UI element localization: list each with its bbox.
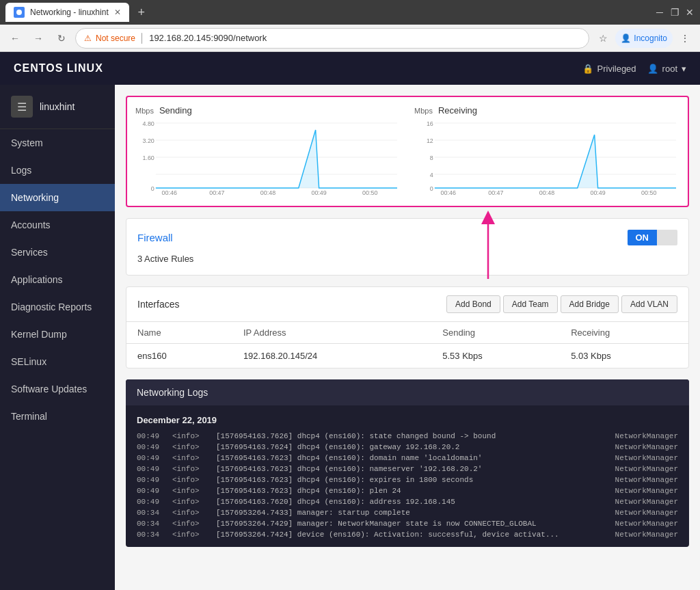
sidebar-item-logs[interactable]: Logs	[0, 157, 115, 184]
user-action[interactable]: 👤 root ▾	[647, 64, 686, 74]
sidebar-user-icon: ☰	[11, 96, 33, 118]
log-row: 00:49 <info> [1576954163.7623] dhcp4 (en…	[137, 464, 678, 474]
log-message-9: [1576953264.7424] device (ens160): Activ…	[216, 531, 580, 539]
sidebar-item-accounts[interactable]: Accounts	[0, 211, 115, 239]
tab-close-button[interactable]: ✕	[114, 8, 121, 17]
log-time-4: 00:49	[137, 476, 170, 484]
app-body: ☰ linuxhint System Logs Networking Accou…	[0, 85, 700, 590]
log-time-3: 00:49	[137, 465, 170, 473]
svg-text:00:46: 00:46	[441, 189, 456, 195]
bookmark-icon[interactable]: ☆	[593, 29, 612, 48]
col-name: Name	[126, 322, 232, 344]
log-source-5: NetworkManager	[582, 487, 678, 495]
log-row: 00:49 <info> [1576954163.7623] dhcp4 (en…	[137, 485, 678, 496]
svg-text:4: 4	[430, 172, 433, 178]
svg-text:8: 8	[430, 155, 433, 161]
log-source-2: NetworkManager	[582, 454, 678, 462]
col-receiving: Receiving	[560, 322, 688, 344]
sending-chart-svg: 4.80 3.20 1.60 0 00:46 00:47 00:48 00:49…	[135, 120, 401, 195]
profile-button[interactable]: 👤 Incognito	[615, 29, 673, 48]
log-row: 00:34 <info> [1576953264.7424] device (e…	[137, 529, 678, 540]
svg-text:12: 12	[427, 137, 433, 144]
log-time-6: 00:49	[137, 498, 170, 506]
user-icon: 👤	[647, 64, 658, 74]
toggle-on-label: ON	[628, 230, 658, 245]
sidebar-item-services[interactable]: Services	[0, 239, 115, 266]
sidebar-item-kernel-dump[interactable]: Kernel Dump	[0, 321, 115, 348]
toolbar-actions: ☆ 👤 Incognito ⋮	[593, 29, 695, 48]
log-message-0: [1576954163.7626] dhcp4 (ens160): state …	[216, 432, 580, 440]
receiving-chart-svg: 16 12 8 4 0 00:46 00:47 00:48 00:49 00:5…	[414, 120, 679, 195]
minimize-button[interactable]: ─	[655, 8, 664, 17]
svg-text:00:50: 00:50	[362, 189, 377, 195]
add-vlan-button[interactable]: Add VLAN	[621, 295, 677, 313]
log-source-6: NetworkManager	[582, 498, 678, 506]
logs-title: Networking Logs	[137, 387, 208, 398]
reload-button[interactable]: ↻	[52, 29, 71, 48]
col-sending: Sending	[431, 322, 560, 344]
sidebar-item-diagnostic-reports[interactable]: Diagnostic Reports	[0, 293, 115, 321]
toggle-off-label	[657, 230, 677, 245]
privileged-action[interactable]: 🔒 Privileged	[582, 64, 636, 74]
sidebar-item-applications[interactable]: Applications	[0, 266, 115, 293]
sidebar-item-software-updates[interactable]: Software Updates	[0, 375, 115, 403]
new-tab-button[interactable]: +	[132, 3, 151, 22]
interfaces-title: Interfaces	[137, 299, 179, 310]
add-bridge-button[interactable]: Add Bridge	[561, 295, 619, 313]
cell-receiving: 5.03 Kbps	[560, 344, 688, 368]
log-message-8: [1576953264.7429] manager: NetworkManage…	[216, 520, 580, 528]
forward-button[interactable]: →	[29, 29, 48, 48]
firewall-section: Firewall ON 3 Active Rules	[126, 218, 689, 276]
log-row: 00:49 <info> [1576954163.7620] dhcp4 (en…	[137, 496, 678, 507]
log-row: 00:49 <info> [1576954163.7624] dhcp4 (en…	[137, 442, 678, 453]
svg-text:00:48: 00:48	[260, 189, 275, 195]
sidebar-item-selinux[interactable]: SELinux	[0, 348, 115, 375]
add-team-button[interactable]: Add Team	[503, 295, 558, 313]
sidebar-label-system: System	[11, 137, 43, 148]
sending-title: Sending	[159, 105, 192, 116]
address-bar[interactable]: ⚠ Not secure │ 192.168.20.145:9090/netwo…	[75, 28, 589, 49]
log-row: 00:34 <info> [1576953264.7429] manager: …	[137, 518, 678, 529]
log-source-1: NetworkManager	[582, 443, 678, 451]
sidebar-label-networking: Networking	[11, 192, 59, 203]
svg-text:1.60: 1.60	[142, 155, 154, 161]
cell-ip: 192.168.20.145/24	[232, 344, 431, 368]
firewall-toggle[interactable]: ON	[628, 230, 678, 245]
browser-tab[interactable]: Networking - linuxhint ✕	[5, 3, 129, 22]
sidebar-label-logs: Logs	[11, 165, 31, 176]
svg-text:0: 0	[430, 185, 433, 192]
sending-chart-header: Mbps Sending	[135, 105, 401, 116]
main-content: Mbps Sending 4.80 3.20	[115, 85, 700, 590]
log-level-6: <info>	[172, 498, 213, 506]
table-row[interactable]: ens160 192.168.20.145/24 5.53 Kbps 5.03 …	[126, 344, 688, 368]
sidebar-item-system[interactable]: System	[0, 129, 115, 157]
svg-text:00:49: 00:49	[590, 189, 605, 195]
firewall-title[interactable]: Firewall	[137, 232, 173, 243]
app-container: CENTOS LINUX 🔒 Privileged 👤 root ▾ ☰ lin…	[0, 52, 700, 590]
interfaces-header: Interfaces Add Bond Add Team Add Bridge …	[126, 287, 688, 322]
firewall-rules: 3 Active Rules	[137, 254, 677, 264]
add-bond-button[interactable]: Add Bond	[446, 295, 500, 313]
log-row: 00:49 <info> [1576954163.7623] dhcp4 (en…	[137, 453, 678, 464]
url-display: 192.168.20.145:9090/network	[149, 33, 267, 43]
back-button[interactable]: ←	[5, 29, 25, 48]
sidebar-item-terminal[interactable]: Terminal	[0, 403, 115, 430]
svg-text:3.20: 3.20	[142, 137, 154, 144]
log-time-7: 00:34	[137, 509, 170, 517]
svg-text:00:49: 00:49	[311, 189, 326, 195]
browser-chrome: Networking - linuxhint ✕ + ─ ❐ ✕ ← → ↻ ⚠…	[0, 0, 700, 52]
log-row: 00:49 <info> [1576954163.7626] dhcp4 (en…	[137, 431, 678, 442]
log-level-5: <info>	[172, 487, 213, 495]
close-window-button[interactable]: ✕	[685, 8, 695, 17]
log-level-3: <info>	[172, 465, 213, 473]
log-message-4: [1576954163.7623] dhcp4 (ens160): expire…	[216, 476, 580, 484]
menu-icon[interactable]: ⋮	[675, 29, 695, 48]
sidebar-item-networking[interactable]: Networking	[0, 184, 115, 211]
log-level-8: <info>	[172, 520, 213, 528]
interfaces-table: Name IP Address Sending Receiving ens160…	[126, 322, 688, 368]
log-level-9: <info>	[172, 531, 213, 539]
col-ip: IP Address	[232, 322, 431, 344]
app-header: CENTOS LINUX 🔒 Privileged 👤 root ▾	[0, 52, 700, 85]
maximize-button[interactable]: ❐	[670, 8, 679, 17]
log-level-1: <info>	[172, 443, 213, 451]
